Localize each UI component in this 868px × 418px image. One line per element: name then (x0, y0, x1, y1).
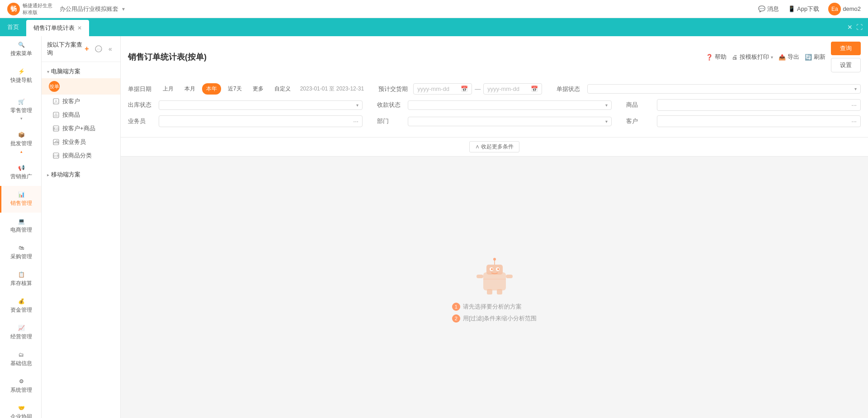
sidebar-operation-label: 经营管理 (10, 333, 32, 341)
sidebar-item-search[interactable]: 🔍 搜索菜单 (0, 36, 41, 63)
sidebar-item-wholesale[interactable]: 📦 批发管理 ▴ (0, 126, 41, 159)
robot-illustration (472, 252, 517, 297)
scheme-collapse-button[interactable]: « (106, 44, 115, 53)
scheme-item-by-order[interactable]: 按单 (42, 78, 120, 95)
more-btn[interactable]: 更多 (249, 83, 268, 95)
app-download-button[interactable]: 📱 App下载 (788, 5, 819, 13)
tab-order-stat[interactable]: 销售订单统计表 ✕ (26, 20, 89, 36)
ship-status-select[interactable]: ▾ (159, 100, 363, 110)
date-from-placeholder: yyyy-mm-dd (417, 86, 449, 92)
svg-text:品: 品 (54, 113, 58, 117)
scheme-item-by-customer-product[interactable]: 客品 按客户+商品 (42, 122, 120, 135)
message-button[interactable]: 💬 消息 (758, 5, 779, 13)
salesperson-ellipsis-icon[interactable]: ··· (353, 118, 359, 125)
dept-arrow-icon: ▾ (605, 119, 608, 124)
tab-close-icon[interactable]: ✕ (77, 25, 82, 31)
scheme-panel-actions: + ⋯ « (82, 44, 115, 53)
message-icon: 💬 (758, 5, 765, 12)
sidebar-item-ecommerce[interactable]: 💻 电商管理 (0, 213, 41, 239)
sidebar-item-inventory[interactable]: 📋 库存核算 (0, 266, 41, 293)
dept-select[interactable]: ▾ (408, 117, 612, 126)
breadcrumb-arrow-icon[interactable]: ▾ (122, 6, 125, 12)
basic-icon: 🗂 (19, 352, 24, 358)
last-7days-btn[interactable]: 近7天 (224, 83, 246, 95)
sidebar-item-retail[interactable]: 🛒 零售管理 ▾ (0, 93, 41, 126)
page-title: 销售订单统计表(按单) (128, 52, 207, 62)
scheme-panel-title: 按以下方案查询 (47, 41, 82, 57)
scheme-item-by-product-category[interactable]: 分类 按商品分类 (42, 149, 120, 162)
scheme-item-by-salesperson[interactable]: 按业务员 (42, 135, 120, 149)
custom-btn[interactable]: 自定义 (270, 83, 295, 95)
user-name: demo2 (843, 5, 861, 12)
product-select[interactable]: ··· (657, 99, 861, 111)
expected-date-to-input[interactable]: yyyy-mm-dd 📅 (483, 83, 542, 95)
this-year-btn[interactable]: 本年 (202, 83, 221, 95)
logo-icon: 畅 (7, 3, 20, 15)
main-panel: 销售订单统计表(按单) ❓ 帮助 🖨 按模板打印 ▾ 📤 (121, 36, 868, 418)
tab-fullscreen-icon[interactable]: ⛶ (856, 24, 863, 31)
svg-rect-23 (476, 275, 483, 278)
query-button[interactable]: 查询 (831, 42, 861, 55)
sidebar-item-operation[interactable]: 📈 经营管理 (0, 319, 41, 346)
scheme-edit-button[interactable]: ⋯ (94, 44, 103, 53)
date-to-placeholder: yyyy-mm-dd (487, 86, 519, 92)
sidebar-finance-label: 资金管理 (10, 306, 32, 314)
refresh-label: 刷新 (814, 53, 826, 61)
last-month-btn[interactable]: 上月 (159, 83, 178, 95)
sidebar-item-enterprise[interactable]: 🤝 企业协同 (0, 399, 41, 418)
sidebar-wholesale-label: 批发管理 (10, 140, 32, 147)
svg-text:⋯: ⋯ (97, 47, 101, 52)
retail-icon: 🛒 (18, 99, 25, 105)
salesperson-select[interactable]: ··· (159, 115, 363, 127)
collapse-bar[interactable]: ∧ 收起更多条件 (121, 138, 868, 157)
refresh-button[interactable]: 🔄 刷新 (805, 53, 826, 61)
by-product-category-icon: 分类 (52, 152, 60, 159)
tab-close-window-icon[interactable]: ✕ (847, 24, 853, 31)
date-filter: 上月 本月 本年 近7天 更多 自定义 (159, 83, 295, 95)
ship-status-label: 出库状态 (128, 101, 153, 109)
filter-row-1: 单据日期 上月 本月 本年 近7天 更多 自定义 2023-01-01 至 20… (128, 83, 861, 95)
template-print-button[interactable]: 🖨 按模板打印 ▾ (732, 53, 773, 61)
top-bar-left: 畅 畅捷通好生意 标准版 办公用品行业模拟账套 ▾ (7, 2, 125, 15)
scheme-add-button[interactable]: + (82, 44, 91, 53)
by-customer-icon: 人 (52, 98, 60, 105)
customer-ellipsis-icon[interactable]: ··· (851, 118, 857, 125)
collapse-button[interactable]: ∧ 收起更多条件 (469, 141, 519, 152)
sidebar-system-label: 系统管理 (10, 386, 32, 394)
sidebar-item-quick-nav[interactable]: ⚡ 快捷导航 (0, 63, 41, 90)
export-button[interactable]: 📤 导出 (778, 53, 799, 61)
payment-status-label: 收款状态 (377, 101, 402, 109)
expected-date-from-input[interactable]: yyyy-mm-dd 📅 (413, 83, 472, 95)
sidebar-item-purchase[interactable]: 🛍 采购管理 (0, 239, 41, 266)
settings-button[interactable]: 设置 (831, 58, 861, 72)
customer-select[interactable]: ··· (657, 115, 861, 127)
sidebar-item-system[interactable]: ⚙ 系统管理 (0, 373, 41, 399)
status-select[interactable]: ▾ (587, 84, 861, 94)
this-month-btn[interactable]: 本月 (180, 83, 199, 95)
sidebar-basic-label: 基础信息 (10, 360, 32, 367)
tab-home[interactable]: 首页 (0, 18, 26, 36)
help-label: 帮助 (715, 53, 726, 61)
payment-status-select[interactable]: ▾ (408, 100, 612, 110)
by-salesperson-icon (52, 138, 60, 146)
svg-rect-16 (486, 265, 503, 275)
operation-icon: 📈 (18, 325, 25, 331)
scheme-item-by-customer[interactable]: 人 按客户 (42, 95, 120, 108)
sidebar-item-marketing[interactable]: 📢 营销推广 (0, 159, 41, 186)
user-area[interactable]: Ea demo2 (828, 3, 861, 15)
by-product-icon: 品 (52, 111, 60, 119)
sidebar-item-finance[interactable]: 💰 资金管理 (0, 293, 41, 319)
svg-point-22 (493, 258, 496, 261)
sidebar-item-basic[interactable]: 🗂 基础信息 (0, 346, 41, 373)
help-button[interactable]: ❓ 帮助 (706, 53, 726, 61)
sidebar-marketing-label: 营销推广 (10, 173, 32, 180)
sidebar-inventory-label: 库存核算 (10, 280, 32, 287)
filter-row-3: 业务员 ··· 部门 ▾ 客户 ··· (128, 115, 861, 127)
product-ellipsis-icon[interactable]: ··· (851, 101, 857, 109)
scheme-section-header-pc[interactable]: ▾ 电脑端方案 (42, 65, 120, 78)
expected-date-input-group: yyyy-mm-dd 📅 — yyyy-mm-dd 📅 (413, 83, 542, 95)
scheme-section-header-mobile[interactable]: ▸ 移动端方案 (42, 168, 120, 181)
content-area: 按以下方案查询 + ⋯ « ▾ 电脑端方案 (42, 36, 868, 418)
sidebar-item-sales[interactable]: 📊 销售管理 (0, 186, 41, 213)
scheme-item-by-product[interactable]: 品 按商品 (42, 108, 120, 122)
